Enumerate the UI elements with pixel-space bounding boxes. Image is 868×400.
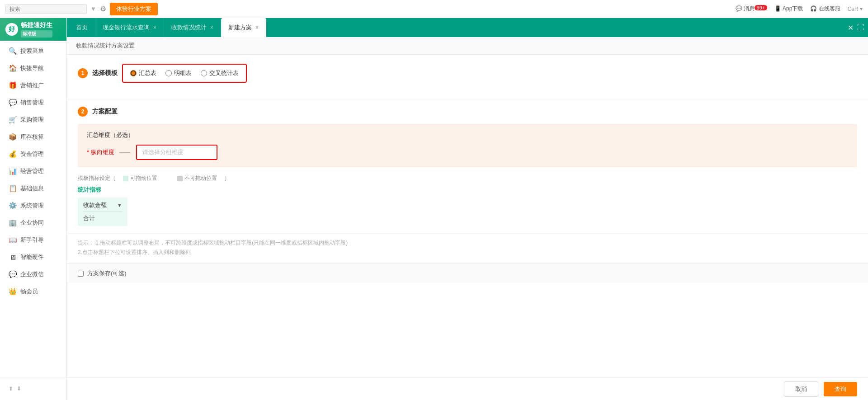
sidebar-item-guide[interactable]: 📖 新手引导 <box>0 231 66 249</box>
sidebar-item-label: 采购管理 <box>20 116 44 124</box>
trial-button[interactable]: 体验行业方案 <box>110 3 158 15</box>
nodrag-dot <box>177 176 183 181</box>
chevron-down-icon[interactable]: ▼ <box>117 202 122 208</box>
cancel-button[interactable]: 取消 <box>784 381 818 397</box>
tab-cashflow-close[interactable]: × <box>153 25 156 30</box>
sidebar-item-label: 畅会员 <box>20 287 38 296</box>
sidebar-item-inventory[interactable]: 📦 库存核算 <box>0 128 66 146</box>
radio-summary-input[interactable] <box>130 70 137 76</box>
sidebar-item-system[interactable]: ⚙️ 系统管理 <box>0 197 66 214</box>
sidebar-item-basic-info[interactable]: 📋 基础信息 <box>0 180 66 197</box>
sidebar-item-label: 基础信息 <box>20 184 44 193</box>
logo-icon: 好 <box>5 23 18 36</box>
sidebar-item-label: 资金管理 <box>20 150 44 158</box>
tab-bar: 首页 现金银行流水查询 × 收款情况统计 × 新建方案 × ✕ ⛶ <box>67 18 868 37</box>
tab-receipt-stats-close[interactable]: × <box>210 25 213 30</box>
drag-label: 可拖动位置 <box>130 174 157 182</box>
legend-close: ） <box>224 174 230 182</box>
sidebar-item-quick-nav[interactable]: 🏠 快捷导航 <box>0 60 66 77</box>
radio-summary-label: 汇总表 <box>139 69 156 77</box>
dropdown-icon: ▼ <box>90 5 96 12</box>
search-input[interactable] <box>5 4 87 14</box>
sidebar-item-marketing[interactable]: 🎁 营销推广 <box>0 77 66 94</box>
radio-cross-label: 交叉统计表 <box>209 69 239 77</box>
sidebar-item-wechat[interactable]: 💬 企业微信 <box>0 266 66 283</box>
save-label[interactable]: 方案保存(可选) <box>87 269 127 278</box>
tips-section: 提示： 1.拖动标题栏可以调整布局，不可跨维度或指标区域拖动栏目字段(只能在同一… <box>67 233 868 264</box>
logo: 好 畅捷通好生 标准版 <box>0 18 66 41</box>
metrics-card-header-text: 收款金额 <box>83 201 107 209</box>
legend-nodrag: 不可拖动位置 <box>177 174 217 182</box>
template-section-wrapper: 1 选择模板 汇总表 明细表 <box>67 55 868 99</box>
template-options: 汇总表 明细表 交叉统计表 <box>122 64 247 83</box>
radio-cross[interactable]: 交叉统计表 <box>201 69 239 77</box>
sidebar-item-sales[interactable]: 💬 销售管理 <box>0 94 66 111</box>
extra-icon2: ⬇ <box>17 386 21 392</box>
sidebar-item-label: 营销推广 <box>20 81 44 89</box>
sidebar-item-hardware[interactable]: 🖥 智能硬件 <box>0 249 66 266</box>
sidebar-item-label: 库存核算 <box>20 133 44 141</box>
tab-cashflow[interactable]: 现金银行流水查询 × <box>95 18 164 37</box>
download-action[interactable]: 📱 App下载 <box>774 5 803 13</box>
breadcrumb: 收款情况统计方案设置 <box>67 37 868 55</box>
tab-home[interactable]: 首页 <box>71 18 95 37</box>
page-inner: 收款情况统计方案设置 1 选择模板 汇总表 <box>67 37 868 377</box>
query-button[interactable]: 查询 <box>824 382 857 396</box>
sidebar-item-enterprise[interactable]: 🏢 企业协同 <box>0 214 66 231</box>
sidebar-item-label: 销售管理 <box>20 99 44 107</box>
sidebar-item-search-menu[interactable]: 🔍 搜索菜单 <box>0 42 66 60</box>
tab-home-label: 首页 <box>76 24 88 32</box>
tab-new-plan[interactable]: 新建方案 × <box>221 18 266 37</box>
extra-icon: ⬆ <box>9 386 13 392</box>
download-label: App下载 <box>783 5 803 12</box>
legend-drag: 可拖动位置 <box>123 174 157 182</box>
sidebar-item-operations[interactable]: 📊 经营管理 <box>0 163 66 180</box>
sidebar-item-label: 企业微信 <box>20 270 44 278</box>
tab-expand-icon[interactable]: ⛶ <box>857 24 864 32</box>
sidebar-item-finance[interactable]: 💰 资金管理 <box>0 146 66 163</box>
quick-nav-icon: 🏠 <box>9 64 17 72</box>
sidebar-item-member[interactable]: 👑 畅会员 <box>0 283 66 300</box>
tab-receipt-stats[interactable]: 收款情况统计 × <box>164 18 221 37</box>
radio-detail[interactable]: 明细表 <box>165 69 192 77</box>
sidebar-bottom: ⬆ ⬇ <box>0 377 66 400</box>
guide-icon: 📖 <box>9 236 17 244</box>
logo-text: 畅捷通好生 <box>21 21 52 29</box>
sidebar-item-label: 新手引导 <box>20 236 44 244</box>
tip1: 提示： 1.拖动标题栏可以调整布局，不可跨维度或指标区域拖动栏目字段(只能在同一… <box>78 239 857 247</box>
message-action[interactable]: 💬 消息 99+ <box>736 5 767 13</box>
metrics-legend: 模板指标设定（ 可拖动位置 不可拖动位置 ） <box>78 174 857 182</box>
radio-detail-input[interactable] <box>165 70 172 76</box>
sales-icon: 💬 <box>9 99 17 107</box>
finance-icon: 💰 <box>9 150 17 158</box>
search-menu-icon: 🔍 <box>9 47 17 55</box>
sidebar-item-extra[interactable]: ⬆ ⬇ <box>0 381 66 396</box>
radio-summary[interactable]: 汇总表 <box>130 69 156 77</box>
sidebar-item-label: 智能硬件 <box>20 253 44 261</box>
sidebar-item-purchase[interactable]: 🛒 采购管理 <box>0 111 66 128</box>
logo-text-block: 畅捷通好生 标准版 <box>21 21 52 38</box>
save-checkbox[interactable] <box>78 271 84 277</box>
tab-receipt-stats-label: 收款情况统计 <box>171 24 207 32</box>
tab-new-plan-close[interactable]: × <box>255 25 259 30</box>
system-icon: ⚙️ <box>9 202 17 210</box>
inventory-icon: 📦 <box>9 133 17 141</box>
radio-cross-input[interactable] <box>201 70 207 76</box>
message-label: 消息 <box>744 5 755 12</box>
user-avatar[interactable]: CaR ▾ <box>848 6 863 12</box>
metrics-card-body-text: 合计 <box>83 215 95 221</box>
dim-title: 汇总维度（必选） <box>87 131 848 139</box>
dim-select-placeholder: 请选择分组维度 <box>142 149 184 155</box>
main-layout: 好 畅捷通好生 标准版 🔍 搜索菜单 🏠 快捷导航 🎁 营销推广 💬 销 <box>0 18 868 400</box>
dimension-block: 汇总维度（必选） 纵向维度 —— 请选择分组维度 <box>78 124 857 167</box>
member-icon: 👑 <box>9 287 17 296</box>
tab-close-all-icon[interactable]: ✕ <box>848 24 854 32</box>
breadcrumb-text: 收款情况统计方案设置 <box>76 42 135 49</box>
dim-select[interactable]: 请选择分组维度 <box>136 145 217 160</box>
tab-new-plan-label: 新建方案 <box>228 24 252 32</box>
top-bar: ▼ ⚙ 体验行业方案 💬 消息 99+ 📱 App下载 🎧 在线客服 CaR ▾ <box>0 0 868 18</box>
section2-title: 方案配置 <box>92 108 118 116</box>
service-action[interactable]: 🎧 在线客服 <box>810 5 840 13</box>
dim-arrow-icon: —— <box>120 149 131 155</box>
settings-icon[interactable]: ⚙ <box>100 5 106 13</box>
